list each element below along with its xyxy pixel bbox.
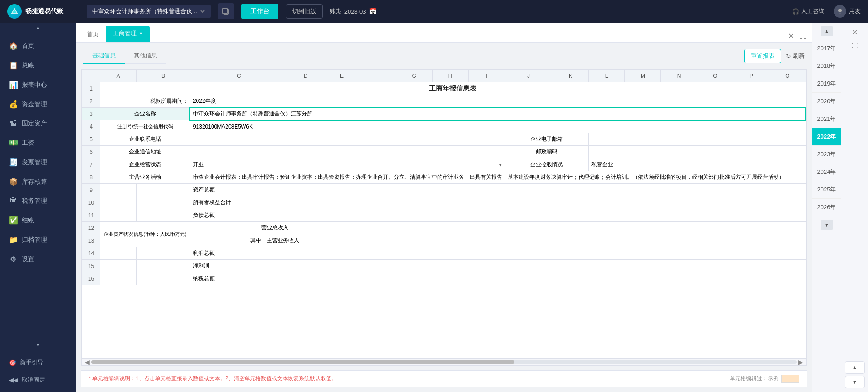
table-row: 5 企业联系电话 企业电子邮箱 — [82, 133, 806, 146]
year-down-arrow[interactable]: ▼ — [821, 220, 833, 230]
right-area: ▲ 2017年 2018年 2019年 2020年 2021年 2022年 20… — [812, 23, 868, 392]
sidebar-item-invoice[interactable]: 🧾 发票管理 — [0, 153, 76, 172]
col-header-p[interactable]: P — [733, 70, 769, 82]
sidebar-item-tax[interactable]: 🏛 税务管理 — [0, 191, 76, 210]
hscroll-track[interactable] — [91, 360, 797, 364]
company-selector[interactable]: 中审众环会计师事务所（特殊普通合伙... — [87, 5, 211, 18]
service-button[interactable]: 🎧 人工咨询 — [792, 7, 825, 15]
calendar-icon[interactable]: 📅 — [369, 8, 377, 15]
table-wrapper[interactable]: A B C D E F G H I J K L — [82, 69, 806, 358]
year-item-2021[interactable]: 2021年 — [812, 110, 841, 128]
hscroll-left-arrow[interactable]: ◀ — [83, 359, 91, 366]
year-item-2017[interactable]: 2017年 — [812, 40, 841, 57]
cell-netprofit-value[interactable] — [288, 260, 806, 272]
cell-revenue-value[interactable] — [360, 222, 806, 234]
sidebar-item-funds[interactable]: 💰 资金管理 — [0, 95, 76, 114]
col-header-e[interactable]: E — [324, 70, 360, 82]
copy-icon-btn[interactable] — [218, 3, 234, 19]
tab-bar-close-icon[interactable]: ✕ — [788, 32, 794, 40]
sidebar-scroll-up[interactable]: ▲ — [0, 23, 76, 33]
cell-profit-value[interactable] — [288, 247, 806, 260]
tab-gongshang[interactable]: 工商管理 × — [106, 26, 150, 42]
cell-liabilities-value[interactable] — [288, 209, 806, 222]
sidebar-item-inventory[interactable]: 📦 库存核算 — [0, 172, 76, 191]
sidebar-item-settings[interactable]: ⚙ 设置 — [0, 249, 76, 269]
sidebar-item-unpin[interactable]: ◀◀ 取消固定 — [0, 371, 76, 388]
cell-equity-value[interactable] — [288, 196, 806, 209]
col-header-n[interactable]: N — [661, 70, 697, 82]
year-item-2025[interactable]: 2025年 — [812, 181, 841, 199]
sidebar-item-close-accounts[interactable]: ✅ 结账 — [0, 210, 76, 230]
col-header-h[interactable]: H — [432, 70, 468, 82]
cell-mainbiz-value[interactable]: 审查企业会计报表；出具审计报告；验证企业资本；出具验资报告；办理企业合开、分立、… — [190, 171, 806, 184]
sidebar-scroll-down[interactable]: ▼ — [0, 340, 76, 350]
user-area[interactable]: 用友 — [834, 5, 861, 18]
cell-address-value[interactable] — [190, 146, 505, 158]
sidebar-item-salary[interactable]: 💵 工资 — [0, 133, 76, 153]
cell-period-value[interactable]: 2022年度 — [190, 95, 806, 108]
cell-status-value[interactable]: 开业 ▼ — [190, 158, 505, 171]
guide-label: 新手引导 — [20, 359, 43, 367]
col-header-c[interactable]: C — [190, 70, 288, 82]
reset-report-button[interactable]: 重置报表 — [744, 49, 781, 63]
col-header-b[interactable]: B — [137, 70, 190, 82]
cell-regcode-value[interactable]: 91320100MA208E5W6K — [190, 120, 806, 133]
sidebar-item-ledger[interactable]: 📋 总账 — [0, 56, 76, 75]
col-header-a[interactable]: A — [100, 70, 137, 82]
sidebar-item-guide[interactable]: 🎯 新手引导 — [0, 354, 76, 371]
col-header-i[interactable]: I — [468, 70, 505, 82]
sidebar-item-assets[interactable]: 🏗 固定资产 — [0, 114, 76, 133]
sidebar-item-reports[interactable]: 📊 报表中心 — [0, 75, 76, 95]
sidebar-item-archive[interactable]: 📁 归档管理 — [0, 230, 76, 249]
cell-tax-value[interactable] — [288, 272, 806, 285]
horizontal-scrollbar[interactable]: ◀ ▶ — [82, 358, 806, 365]
cell-assets-value[interactable] — [288, 184, 806, 196]
cell-email-value[interactable] — [589, 133, 806, 146]
year-item-2018[interactable]: 2018年 — [812, 57, 841, 75]
panel-up-button[interactable]: ▲ — [845, 361, 865, 374]
col-header-q[interactable]: Q — [769, 70, 806, 82]
year-item-2023[interactable]: 2023年 — [812, 146, 841, 163]
cell-15-b — [137, 260, 190, 272]
col-header-m[interactable]: M — [625, 70, 661, 82]
sub-tab-other[interactable]: 其他信息 — [125, 48, 166, 64]
col-header-k[interactable]: K — [552, 70, 589, 82]
col-header-o[interactable]: O — [697, 70, 733, 82]
col-header-j[interactable]: J — [505, 70, 552, 82]
col-header-g[interactable]: G — [396, 70, 432, 82]
tab-bar-expand-icon[interactable]: ⛶ — [799, 32, 807, 40]
cell-holding-value[interactable]: 私营企业 — [589, 158, 806, 171]
right-panel-close-button[interactable]: ✕ — [841, 26, 868, 38]
cell-email-label: 企业电子邮箱 — [505, 133, 589, 146]
refresh-button[interactable]: ↻ 刷新 — [786, 52, 805, 60]
hscroll-right-arrow[interactable]: ▶ — [797, 359, 805, 366]
sub-tab-basic-label: 基础信息 — [92, 52, 116, 59]
right-panel-expand-button[interactable]: ⛶ — [841, 40, 868, 51]
logo-icon — [7, 4, 22, 19]
old-version-button[interactable]: 切到旧版 — [286, 4, 323, 19]
workbench-button[interactable]: 工作台 — [241, 4, 278, 19]
sidebar-label-settings: 设置 — [22, 255, 34, 263]
cell-company-value[interactable]: 中审众环会计师事务所（特殊普通合伙）江苏分所 — [190, 108, 806, 120]
year-item-2022[interactable]: 2022年 — [812, 128, 841, 146]
year-item-2020[interactable]: 2020年 — [812, 93, 841, 110]
cell-postal-value[interactable] — [589, 146, 806, 158]
year-item-2026[interactable]: 2026年 — [812, 199, 841, 216]
cell-11-b — [137, 209, 190, 222]
year-item-2019[interactable]: 2019年 — [812, 75, 841, 93]
panel-down-button[interactable]: ▼ — [845, 376, 865, 388]
col-header-l[interactable]: L — [589, 70, 625, 82]
sidebar-label-salary: 工资 — [22, 139, 34, 147]
col-header-d[interactable]: D — [288, 70, 324, 82]
sub-tab-basic[interactable]: 基础信息 — [83, 48, 125, 64]
hscroll-thumb[interactable] — [91, 360, 514, 364]
year-item-2024[interactable]: 2024年 — [812, 163, 841, 181]
col-header-f[interactable]: F — [360, 70, 396, 82]
tab-close-icon[interactable]: × — [139, 30, 142, 37]
tab-home[interactable]: 首页 — [81, 27, 104, 42]
cell-mainrevenue-value[interactable] — [360, 234, 806, 247]
cell-title[interactable]: 工商年报信息表 — [100, 82, 806, 95]
sidebar-item-home[interactable]: 🏠 首页 — [0, 36, 76, 56]
cell-contact-value[interactable] — [190, 133, 505, 146]
year-up-arrow[interactable]: ▲ — [821, 26, 833, 36]
